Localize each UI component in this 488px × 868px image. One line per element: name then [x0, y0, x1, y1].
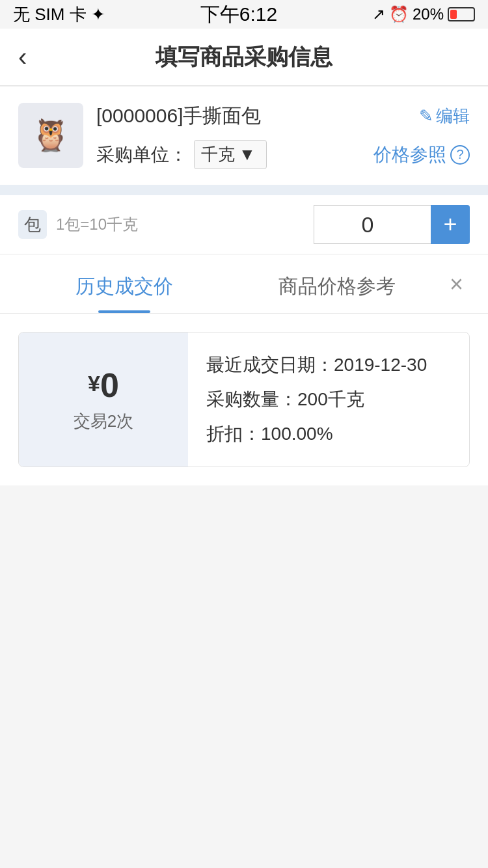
location-icon: ↗	[372, 5, 385, 23]
price-ref-help-icon: ?	[450, 145, 470, 165]
quantity-section: 包 1包=10千克 +	[0, 195, 488, 254]
purchase-qty-value: 200千克	[297, 389, 364, 409]
quantity-input-group: +	[314, 205, 470, 244]
dropdown-arrow-icon: ▼	[239, 144, 256, 165]
quantity-input[interactable]	[314, 205, 431, 244]
tab-price-reference[interactable]: 商品价格参考	[230, 255, 442, 313]
latest-date-label: 最近成交日期：	[206, 355, 334, 375]
tab-header: 历史成交价 商品价格参考 ×	[0, 255, 488, 314]
alarm-icon: ⏰	[389, 5, 409, 23]
product-name-row: [0000006]手撕面包 ✎ 编辑	[96, 103, 470, 129]
discount-value: 100.00%	[261, 424, 333, 444]
unit-select-dropdown[interactable]: 千克 ▼	[194, 140, 267, 169]
product-row: 🦉 [0000006]手撕面包 ✎ 编辑 采购单位： 千克 ▼	[18, 103, 470, 169]
product-name: [0000006]手撕面包	[96, 103, 261, 129]
product-id: [0000006]	[96, 105, 183, 126]
discount-row: 折扣：100.00%	[206, 421, 451, 446]
latest-date-row: 最近成交日期：2019-12-30	[206, 352, 451, 377]
price-value: 0	[100, 366, 119, 405]
status-carrier: 无 SIM 卡 ✦	[13, 3, 105, 26]
card-details: 最近成交日期：2019-12-30 采购数量：200千克 折扣：100.00%	[188, 332, 469, 467]
status-right: ↗ ⏰ 20%	[372, 5, 475, 23]
page-title: 填写商品采购信息	[156, 42, 332, 72]
back-button[interactable]: ‹	[18, 42, 27, 72]
unit-conversion-label: 1包=10千克	[56, 214, 138, 235]
battery-percent: 20%	[413, 5, 444, 23]
tab-close-button[interactable]: ×	[443, 264, 470, 305]
edit-label: 编辑	[436, 105, 470, 128]
tab-historical-price[interactable]: 历史成交价	[18, 255, 230, 313]
battery-icon	[448, 7, 475, 21]
section-divider	[0, 185, 488, 195]
bottom-area	[0, 485, 488, 868]
purchase-unit-left: 采购单位： 千克 ▼	[96, 140, 267, 169]
selected-unit: 千克	[201, 143, 235, 166]
tab-panel: 历史成交价 商品价格参考 × ¥ 0 交易2次 最近成交日期：2019-12-3…	[0, 255, 488, 485]
price-ref-label: 价格参照	[373, 142, 446, 167]
purchase-unit-row: 采购单位： 千克 ▼ 价格参照 ?	[96, 140, 470, 169]
card-price-summary: ¥ 0 交易2次	[19, 332, 188, 467]
purchase-qty-row: 采购数量：200千克	[206, 387, 451, 412]
unit-badge: 包	[18, 210, 47, 239]
transaction-count: 交易2次	[74, 410, 133, 433]
transaction-card: ¥ 0 交易2次 最近成交日期：2019-12-30 采购数量：200千克 折扣…	[18, 332, 470, 467]
product-logo-icon: 🦉	[31, 117, 70, 154]
purchase-unit-label: 采购单位：	[96, 142, 187, 167]
latest-date-value: 2019-12-30	[334, 355, 427, 375]
product-section: 🦉 [0000006]手撕面包 ✎ 编辑 采购单位： 千克 ▼	[0, 87, 488, 185]
tab-content: ¥ 0 交易2次 最近成交日期：2019-12-30 采购数量：200千克 折扣…	[0, 314, 488, 485]
status-bar: 无 SIM 卡 ✦ 下午6:12 ↗ ⏰ 20%	[0, 0, 488, 29]
quantity-plus-button[interactable]: +	[431, 205, 470, 244]
price-display: ¥ 0	[88, 366, 119, 405]
product-info: [0000006]手撕面包 ✎ 编辑 采购单位： 千克 ▼ 价格参照 ?	[96, 103, 470, 169]
discount-label: 折扣：	[206, 424, 261, 444]
product-title: 手撕面包	[183, 105, 261, 126]
nav-bar: ‹ 填写商品采购信息	[0, 29, 488, 86]
product-thumbnail: 🦉	[18, 103, 83, 168]
back-icon: ‹	[18, 42, 27, 72]
unit-label: 包 1包=10千克	[18, 210, 138, 239]
edit-button[interactable]: ✎ 编辑	[419, 105, 470, 128]
price-reference-button[interactable]: 价格参照 ?	[373, 142, 470, 167]
edit-icon: ✎	[419, 106, 433, 126]
purchase-qty-label: 采购数量：	[206, 389, 297, 409]
status-time: 下午6:12	[200, 1, 277, 28]
currency-symbol: ¥	[88, 371, 100, 396]
